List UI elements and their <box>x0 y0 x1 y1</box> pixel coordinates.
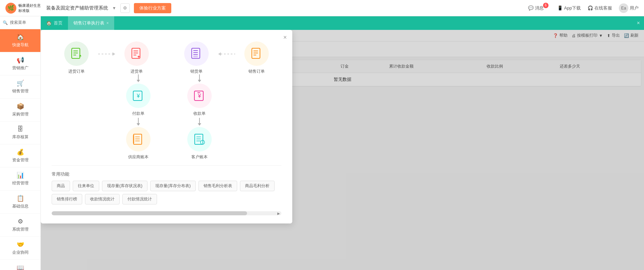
arrow-h1 <box>98 52 115 56</box>
svg-rect-13 <box>193 56 198 57</box>
service-icon: 🎧 <box>588 5 593 11</box>
app-download-button[interactable]: 📱 App下载 <box>557 5 581 11</box>
tab-bar: 🏠 首页 销售订单执行表 × × <box>41 16 644 30</box>
modal-scrollbar[interactable]: ▶ <box>52 211 281 215</box>
window-close-icon[interactable]: × <box>637 20 640 26</box>
modal-box: × 进货订单 <box>41 30 292 223</box>
payment-bill-node[interactable]: ¥ <box>126 84 151 108</box>
supplier-account-node[interactable] <box>126 127 151 151</box>
sidebar-item-purchase[interactable]: 📦 采购管理 <box>0 98 40 122</box>
sales-order-col: 销售订单 <box>235 41 278 74</box>
arrow-down3 <box>137 118 140 126</box>
search-menu[interactable]: 🔍 搜索菜单 <box>0 16 40 29</box>
func-buttons: 商品 往来单位 现存量(库存状况表) 现存量(库存分布表) 销售毛利分析表 商品… <box>52 181 281 191</box>
purchase-bill-col: 进货单 <box>115 41 158 74</box>
main-layout: 🔍 搜索菜单 🏠 快捷导航 📢 营销推广 🛒 销售管理 📦 采购管理 🗄 库存核… <box>0 16 644 270</box>
payment-bill-label: 付款单 <box>132 111 144 116</box>
purchase-bill-label: 进货单 <box>130 69 143 74</box>
svg-rect-24 <box>133 135 134 143</box>
sales-bill-col: 销货单 <box>175 41 218 74</box>
scroll-thumb <box>52 211 247 215</box>
sales-bill-node[interactable] <box>184 41 209 66</box>
sales-order-node[interactable] <box>244 41 269 66</box>
func-btn-stock-dist[interactable]: 现存量(库存分布表) <box>150 181 196 191</box>
try-button[interactable]: 体验行业方案 <box>134 3 171 13</box>
flow-container: 进货订单 <box>52 38 281 160</box>
func-btn-units[interactable]: 往来单位 <box>73 181 99 191</box>
customer-account-node[interactable] <box>187 127 212 151</box>
online-service-button[interactable]: 🎧 在线客服 <box>588 5 612 11</box>
sidebar-item-newbie[interactable]: 📖 新手引导 <box>0 260 40 270</box>
arrow-down1 <box>137 74 140 82</box>
content-area: 🏠 首页 销售订单执行表 × × ❓ 帮助 🖨 按模板打印 ▼ <box>41 16 644 270</box>
top-right: 💬 消息 6 📱 App下载 🎧 在线客服 Ea 用户 <box>528 3 639 13</box>
func-btn-goods-profit[interactable]: 商品毛利分析 <box>240 181 275 191</box>
message-icon: 💬 <box>528 5 534 11</box>
sidebar-item-inventory[interactable]: 🗄 库存核算 <box>0 122 40 144</box>
logo-icon: 🌿 <box>5 3 16 14</box>
sidebar-item-operations[interactable]: 📊 经营管理 <box>0 167 40 191</box>
func-btn-stock-status[interactable]: 现存量(库存状况表) <box>102 181 147 191</box>
nav-icon-basic-info: 📋 <box>17 195 24 202</box>
sidebar-item-basic-info[interactable]: 📋 基础信息 <box>0 191 40 214</box>
sales-order-label: 销售订单 <box>248 69 265 74</box>
tab-sales-order[interactable]: 销售订单执行表 × <box>68 16 114 30</box>
nav-icon-enterprise: 🤝 <box>17 241 24 248</box>
dropdown-arrow[interactable]: ▼ <box>112 6 116 11</box>
user-area[interactable]: Ea 用户 <box>619 3 639 13</box>
sidebar-item-sales[interactable]: 🛒 销售管理 <box>0 75 40 98</box>
flow-top-row: 进货订单 <box>55 41 278 74</box>
flow-mid-section: ¥ 付款单 供应商 <box>55 74 278 160</box>
purchase-bill-node[interactable] <box>124 41 149 66</box>
nav-icon-sales: 🛒 <box>17 79 24 87</box>
customer-account-label: 客户账本 <box>191 154 208 160</box>
sales-bill-label: 销货单 <box>190 69 203 74</box>
svg-rect-20 <box>134 134 142 144</box>
purchase-order-node[interactable] <box>64 41 89 66</box>
svg-text:¥: ¥ <box>137 93 140 99</box>
purchase-order-label: 进货订单 <box>68 69 85 74</box>
message-badge: 6 <box>543 3 549 8</box>
nav-icon-newbie: 📖 <box>17 264 24 270</box>
func-btn-receipt-stats[interactable]: 收款情况统计 <box>85 194 120 204</box>
func-btn-payment-stats[interactable]: 付款情况统计 <box>122 194 157 204</box>
app-icon: 📱 <box>557 5 563 11</box>
nav-icon-home: 🏠 <box>17 33 24 41</box>
purchase-order-col: 进货订单 <box>55 41 98 74</box>
logo-area: 🌿 畅康通好生意 标准版 <box>5 3 46 14</box>
supplier-account-label: 供应商账本 <box>128 154 149 160</box>
nav-icon-system: ⚙ <box>18 218 23 225</box>
common-functions-title: 常用功能 <box>52 171 281 177</box>
payment-col: ¥ 付款单 供应商 <box>116 74 160 160</box>
sidebar-item-finance[interactable]: 💰 资金管理 <box>0 144 40 167</box>
func-btn-sales-rank[interactable]: 销售排行榜 <box>52 194 82 204</box>
receipt-bill-node[interactable]: ¥ <box>187 84 212 108</box>
page-content: ❓ 帮助 🖨 按模板打印 ▼ ⬆ 导出 🔄 刷新 <box>41 30 644 270</box>
sidebar-item-marketing[interactable]: 📢 营销推广 <box>0 52 40 75</box>
tab-close-icon[interactable]: × <box>106 21 109 25</box>
tab-home[interactable]: 🏠 首页 <box>41 16 68 30</box>
system-title: 装备及固定资产辅助管理系统 <box>46 5 108 11</box>
func-btn-sales-profit[interactable]: 销售毛利分析表 <box>198 181 237 191</box>
receipt-col: ¥ 收款单 客户账 <box>177 74 222 160</box>
sidebar: 🔍 搜索菜单 🏠 快捷导航 📢 营销推广 🛒 销售管理 📦 采购管理 🗄 库存核… <box>0 16 41 270</box>
nav-icon-purchase: 📦 <box>17 103 24 110</box>
sidebar-item-enterprise[interactable]: 🤝 企业协同 <box>0 237 40 260</box>
receipt-bill-label: 收款单 <box>193 111 206 116</box>
avatar: Ea <box>619 3 628 13</box>
nav-icon-finance: 💰 <box>17 148 24 156</box>
modal-close-button[interactable]: × <box>283 34 287 41</box>
home-icon: 🏠 <box>46 21 52 26</box>
sidebar-item-system[interactable]: ⚙ 系统管理 <box>0 214 40 237</box>
sidebar-item-quick-nav[interactable]: 🏠 快捷导航 <box>0 29 40 52</box>
message-button[interactable]: 💬 消息 6 <box>528 5 551 11</box>
func-btn-goods[interactable]: 商品 <box>52 181 70 191</box>
gear-button[interactable]: ⚙ <box>120 3 130 13</box>
arrow-h2 <box>218 52 235 56</box>
func-buttons-2: 销售排行榜 收款情况统计 付款情况统计 <box>52 194 281 204</box>
scroll-right-arrow[interactable]: ▶ <box>276 211 281 215</box>
search-icon: 🔍 <box>3 20 8 25</box>
svg-text:¥: ¥ <box>198 93 201 99</box>
arrow-down4 <box>198 118 201 126</box>
modal-overlay: × 进货订单 <box>41 30 644 270</box>
